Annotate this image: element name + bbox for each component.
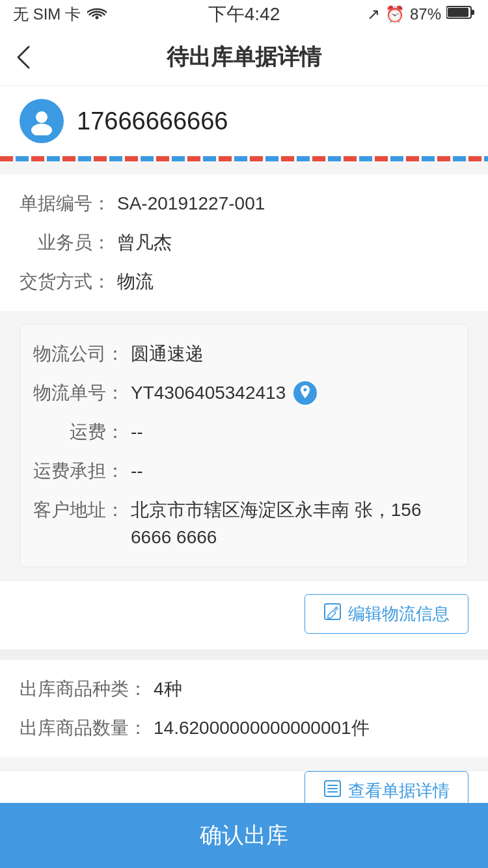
- delivery-method-row: 交货方式： 物流: [20, 268, 468, 295]
- tracking-location-icon[interactable]: [293, 381, 317, 405]
- edit-logistics-label: 编辑物流信息: [348, 603, 450, 625]
- confirm-outbound-label: 确认出库: [200, 821, 288, 850]
- delivery-method-value: 物流: [117, 268, 468, 295]
- sales-person-value: 曾凡杰: [117, 229, 468, 256]
- stock-types-label: 出库商品种类：: [20, 675, 147, 703]
- freight-row: 运费： --: [33, 418, 455, 446]
- stock-quantity-label: 出库商品数量：: [20, 714, 147, 742]
- back-button[interactable]: [16, 44, 31, 70]
- nav-bar: 待出库单据详情: [0, 29, 488, 86]
- svg-point-0: [96, 16, 99, 20]
- stock-quantity-row: 出库商品数量： 14.62000000000000001件: [20, 714, 468, 742]
- freight-bear-value: --: [131, 457, 455, 485]
- confirm-outbound-button[interactable]: 确认出库: [0, 803, 488, 868]
- status-time: 下午4:42: [208, 2, 280, 27]
- stock-types-value: 4种: [154, 675, 468, 703]
- freight-bear-row: 运费承担： --: [33, 457, 455, 485]
- order-number-label: 单据编号：: [20, 190, 111, 217]
- logistics-company-value: 圆通速递: [131, 340, 455, 368]
- svg-rect-2: [471, 10, 474, 15]
- avatar: [20, 99, 64, 143]
- confirm-btn-bar: 确认出库: [0, 803, 488, 868]
- section-divider: [0, 649, 488, 660]
- view-details-label: 查看单据详情: [348, 780, 450, 802]
- svg-point-4: [36, 111, 47, 123]
- status-left: 无 SIM 卡: [13, 4, 107, 25]
- edit-icon: [323, 603, 342, 625]
- logistics-company-label: 物流公司：: [33, 340, 124, 368]
- order-number-value: SA-20191227-001: [117, 190, 468, 217]
- customer-phone: 17666666666: [77, 107, 228, 135]
- order-info-section: 单据编号： SA-20191227-001 业务员： 曾凡杰 交货方式： 物流: [0, 174, 488, 311]
- status-right: ↗ ⏰ 87%: [367, 5, 475, 23]
- stock-types-row: 出库商品种类： 4种: [20, 675, 468, 703]
- delivery-method-label: 交货方式：: [20, 268, 111, 295]
- freight-value: --: [131, 418, 455, 446]
- battery-icon: [446, 5, 475, 23]
- location-status-icon: ↗: [367, 5, 380, 23]
- logistics-card: 物流公司： 圆通速递 物流单号： YT4306405342413 运费： -- …: [20, 324, 468, 567]
- logistics-company-row: 物流公司： 圆通速递: [33, 340, 455, 368]
- status-bar: 无 SIM 卡 下午4:42 ↗ ⏰ 87%: [0, 0, 488, 29]
- list-icon: [323, 780, 342, 802]
- address-label: 客户地址：: [33, 496, 124, 524]
- order-number-row: 单据编号： SA-20191227-001: [20, 190, 468, 217]
- address-value: 北京市市辖区海淀区永丰南 张，156 6666 6666: [131, 496, 455, 551]
- svg-rect-3: [448, 8, 468, 17]
- edit-btn-container: 编辑物流信息: [0, 580, 488, 649]
- address-row: 客户地址： 北京市市辖区海淀区永丰南 张，156 6666 6666: [33, 496, 455, 551]
- page-title: 待出库单据详情: [167, 42, 321, 72]
- stock-quantity-value: 14.62000000000000001件: [154, 714, 468, 742]
- tracking-number-value: YT4306405342413: [131, 379, 455, 407]
- tracking-number-row: 物流单号： YT4306405342413: [33, 379, 455, 407]
- customer-header: 17666666666: [0, 86, 488, 156]
- svg-point-5: [31, 124, 52, 135]
- alarm-icon: ⏰: [385, 5, 405, 23]
- sales-person-label: 业务员：: [20, 229, 111, 256]
- decorative-divider: [0, 156, 488, 161]
- tracking-number-label: 物流单号：: [33, 379, 124, 407]
- edit-logistics-button[interactable]: 编辑物流信息: [305, 594, 468, 634]
- battery-text: 87%: [410, 5, 441, 23]
- stock-info-section: 出库商品种类： 4种 出库商品数量： 14.62000000000000001件: [0, 660, 488, 757]
- freight-bear-label: 运费承担：: [33, 457, 124, 485]
- wifi-icon: [87, 5, 107, 23]
- freight-label: 运费：: [33, 418, 124, 446]
- sales-person-row: 业务员： 曾凡杰: [20, 229, 468, 256]
- carrier-text: 无 SIM 卡: [13, 4, 81, 25]
